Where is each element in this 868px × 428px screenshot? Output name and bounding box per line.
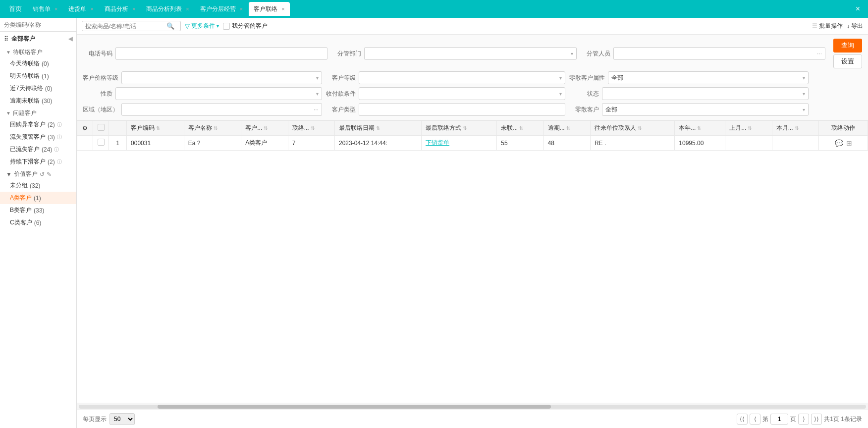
table-select-all-checkbox[interactable] bbox=[98, 124, 105, 131]
filter-price-level-select[interactable]: ▾ bbox=[121, 71, 322, 84]
sort-level-icon[interactable]: ⇅ bbox=[264, 125, 268, 131]
filter-manager-select[interactable]: ··· bbox=[613, 47, 825, 60]
table-col-checkbox[interactable] bbox=[93, 121, 109, 136]
sidebar-item-repurchase-anomaly[interactable]: 回购异常客户 (2) ⓘ bbox=[0, 118, 76, 131]
sidebar-item-b-class[interactable]: B类客户 (33) bbox=[0, 204, 76, 216]
sidebar-item-c-class[interactable]: C类客户 (6) bbox=[0, 216, 76, 229]
table-col-customer-name[interactable]: 客户名称 ⇅ bbox=[184, 121, 241, 136]
sort-unit-contact-icon[interactable]: ⇅ bbox=[638, 125, 642, 131]
table-col-no-contact[interactable]: 未联... ⇅ bbox=[497, 121, 543, 136]
table-col-last-contact-method[interactable]: 最后联络方式 ⇅ bbox=[422, 121, 497, 136]
filter-customer-level-select[interactable]: ▾ bbox=[359, 71, 565, 84]
churn-warning-info-icon[interactable]: ⓘ bbox=[57, 134, 62, 141]
nav-tab-goods-list-close[interactable]: × bbox=[186, 6, 189, 12]
sidebar-item-declining[interactable]: 持续下滑客户 (2) ⓘ bbox=[0, 156, 76, 168]
value-customers-group[interactable]: ▼ 价值客户 ↺ ✎ bbox=[0, 168, 76, 179]
sort-last-contact-method-icon[interactable]: ⇅ bbox=[463, 125, 467, 131]
nav-tab-sales[interactable]: 销售单 × bbox=[28, 2, 62, 16]
query-button[interactable]: 查询 bbox=[833, 39, 862, 53]
nav-tab-sales-close[interactable]: × bbox=[54, 6, 57, 12]
nav-tab-goods-list[interactable]: 商品分析列表 × bbox=[141, 2, 194, 16]
nav-tab-goods-analysis[interactable]: 商品分析 × bbox=[100, 2, 140, 16]
row-more-icon[interactable]: ⊞ bbox=[846, 139, 852, 147]
sort-this-year-icon[interactable]: ⇅ bbox=[697, 125, 701, 131]
sort-contact-count-icon[interactable]: ⇅ bbox=[311, 125, 315, 131]
my-customer-checkbox-group[interactable]: 我分管的客户 bbox=[223, 22, 268, 30]
window-close-icon[interactable]: × bbox=[852, 4, 864, 13]
table-col-customer-code[interactable]: 客户编码 ⇅ bbox=[127, 121, 184, 136]
page-first-button[interactable]: ⟨⟨ bbox=[737, 414, 748, 425]
pending-contact-group[interactable]: ▼ 待联络客户 bbox=[0, 46, 76, 57]
sidebar-search-box[interactable]: 🔍 bbox=[0, 18, 76, 32]
page-prev-button[interactable]: ⟨ bbox=[750, 414, 760, 425]
row-checkbox[interactable] bbox=[98, 139, 105, 146]
my-customer-checkbox[interactable] bbox=[223, 23, 230, 30]
filter-nature-select[interactable]: ▾ bbox=[115, 87, 322, 100]
problem-customers-group[interactable]: ▼ 问题客户 bbox=[0, 107, 76, 118]
value-refresh-icon[interactable]: ↺ bbox=[40, 171, 45, 178]
table-col-last-contact-date[interactable]: 最后联络日期 ⇅ bbox=[334, 121, 421, 136]
table-col-this-month[interactable]: 本月... ⇅ bbox=[772, 121, 818, 136]
table-col-overdue[interactable]: 逾期... ⇅ bbox=[543, 121, 590, 136]
filter-retail-attr-select[interactable]: 全部 ▾ bbox=[608, 71, 809, 84]
content-search-box[interactable]: 🔍 bbox=[82, 21, 181, 31]
all-customers-header[interactable]: ⠿ 全部客户 ◀ bbox=[0, 32, 76, 46]
export-button[interactable]: ↓ 导出 bbox=[847, 22, 863, 30]
table-col-level[interactable]: 客户... ⇅ bbox=[241, 121, 288, 136]
sort-no-contact-icon[interactable]: ⇅ bbox=[519, 125, 523, 131]
more-filter-button[interactable]: ▽ 更多条件 ▾ bbox=[185, 22, 219, 30]
batch-op-button[interactable]: ☰ 批量操作 bbox=[812, 22, 843, 30]
filter-dept-select[interactable]: ▾ bbox=[364, 47, 576, 60]
filter-region-select[interactable]: ··· bbox=[121, 103, 322, 116]
sort-last-month-icon[interactable]: ⇅ bbox=[748, 125, 752, 131]
scroll-thumb[interactable] bbox=[158, 405, 551, 409]
sidebar-search-input[interactable] bbox=[4, 21, 77, 28]
table-col-unit-contact[interactable]: 往来单位联系人 ⇅ bbox=[590, 121, 674, 136]
value-edit-icon[interactable]: ✎ bbox=[47, 171, 52, 178]
nav-home[interactable]: 首页 bbox=[4, 4, 27, 13]
content-search-input[interactable] bbox=[85, 23, 164, 30]
nav-tab-customer-contact[interactable]: 客户联络 × bbox=[249, 2, 289, 16]
content-search-icon[interactable]: 🔍 bbox=[166, 22, 174, 30]
nav-tab-purchase-close[interactable]: × bbox=[90, 6, 93, 12]
sort-overdue-icon[interactable]: ⇅ bbox=[566, 125, 570, 131]
sidebar-item-7days[interactable]: 近7天待联络 (0) bbox=[0, 82, 76, 95]
nav-tab-customer-tier[interactable]: 客户分层经营 × bbox=[195, 2, 248, 16]
table-col-this-year[interactable]: 本年... ⇅ bbox=[675, 121, 725, 136]
sidebar-item-churn-warning[interactable]: 流失预警客户 (3) ⓘ bbox=[0, 131, 76, 143]
per-page-select[interactable]: 50 100 200 bbox=[109, 413, 135, 425]
sidebar-item-today[interactable]: 今天待联络 (0) bbox=[0, 57, 76, 70]
repurchase-info-icon[interactable]: ⓘ bbox=[57, 121, 62, 128]
page-number-input[interactable] bbox=[770, 414, 788, 425]
row-last-contact-method-link[interactable]: 下销货单 bbox=[426, 139, 449, 146]
filter-status-select[interactable]: ▾ bbox=[602, 87, 809, 100]
nav-tab-customer-tier-close[interactable]: × bbox=[240, 6, 243, 12]
filter-retail-customer-select[interactable]: 全部 ▾ bbox=[602, 103, 809, 116]
row-last-contact-method-cell[interactable]: 下销货单 bbox=[422, 136, 497, 151]
row-checkbox-cell[interactable] bbox=[93, 136, 109, 151]
filter-customer-type-input[interactable] bbox=[359, 103, 565, 116]
table-col-last-month[interactable]: 上月... ⇅ bbox=[725, 121, 772, 136]
sidebar-item-tomorrow[interactable]: 明天待联络 (1) bbox=[0, 70, 76, 82]
nav-tab-purchase[interactable]: 进货单 × bbox=[63, 2, 98, 16]
declining-info-icon[interactable]: ⓘ bbox=[57, 159, 62, 165]
sort-customer-name-icon[interactable]: ⇅ bbox=[214, 125, 217, 131]
page-next-button[interactable]: ⟩ bbox=[798, 414, 809, 425]
sidebar-item-a-class[interactable]: A类客户 (1) bbox=[0, 192, 76, 204]
sidebar-item-churned[interactable]: 已流失客户 (24) ⓘ bbox=[0, 143, 76, 156]
filter-settings-button[interactable]: 设置 bbox=[833, 54, 862, 68]
sort-customer-code-icon[interactable]: ⇅ bbox=[156, 125, 160, 131]
sidebar-collapse-icon[interactable]: ◀ bbox=[68, 36, 72, 42]
table-gear-icon[interactable]: ⚙ bbox=[82, 125, 88, 132]
nav-tab-customer-contact-close[interactable]: × bbox=[281, 6, 284, 12]
sidebar-item-no-group[interactable]: 未分组 (32) bbox=[0, 179, 76, 192]
table-col-gear[interactable]: ⚙ bbox=[77, 121, 93, 136]
sort-this-month-icon[interactable]: ⇅ bbox=[795, 125, 799, 131]
nav-tab-goods-analysis-close[interactable]: × bbox=[132, 6, 135, 12]
horizontal-scrollbar[interactable] bbox=[77, 403, 868, 410]
filter-payment-select[interactable]: ▾ bbox=[359, 87, 565, 100]
filter-phone-input[interactable] bbox=[115, 47, 327, 60]
sidebar-item-overdue[interactable]: 逾期未联络 (30) bbox=[0, 95, 76, 107]
page-last-button[interactable]: ⟩⟩ bbox=[811, 414, 822, 425]
row-contact-icon[interactable]: 💬 bbox=[835, 139, 843, 147]
